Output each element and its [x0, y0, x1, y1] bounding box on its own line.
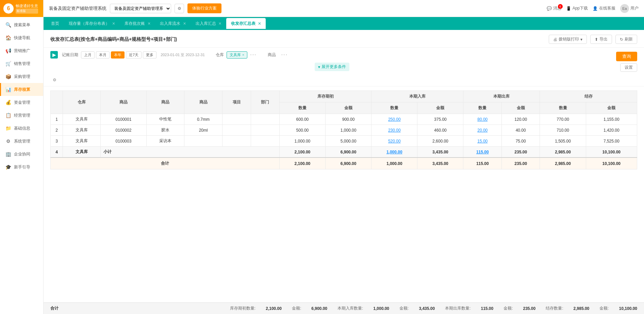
cell-project [222, 125, 251, 136]
cell-project [222, 136, 251, 147]
bottom-out-amt-label: 金额: [503, 305, 513, 311]
tab-close-4[interactable]: × [219, 21, 221, 26]
table-settings-icon[interactable]: ⚙ [50, 76, 59, 84]
sidebar-item-purchase[interactable]: 📦 采购管理 [0, 70, 43, 83]
date-btn-本月[interactable]: 本月 [96, 51, 110, 59]
sidebar-label-basic: 基础信息 [14, 126, 30, 131]
quick-icon: 🏠 [5, 35, 11, 41]
online-service-btn[interactable]: 👤 在线客服 [593, 5, 615, 11]
sidebar-label-sales: 销售管理 [14, 61, 30, 67]
warehouse-more[interactable]: ··· [250, 52, 257, 58]
tab-item-2[interactable]: 库存批次账× [120, 18, 155, 29]
query-btn[interactable]: 查询 [616, 52, 637, 61]
chevron-down-icon: ▾ [580, 37, 582, 42]
subtotal-closing-amt: 10,100.00 [586, 147, 637, 158]
bottom-out-amt-val: 235.00 [523, 306, 536, 311]
tab-label-3: 出入库流水 [160, 21, 180, 27]
user-label: 用户 [630, 5, 639, 11]
export-btn[interactable]: ⬆ 导出 [590, 35, 612, 44]
logo-tag: 标准版 [16, 9, 38, 14]
operations-icon: 📋 [5, 112, 11, 118]
print-btn[interactable]: 🖨 拨销版打印 ▾ [549, 35, 587, 44]
sidebar-item-quick[interactable]: 🏠 快捷导航 [0, 31, 43, 44]
cell-out-qty[interactable]: 20.00 [463, 125, 501, 136]
user-btn[interactable]: Ea 用户 [620, 4, 639, 13]
tab-close-2[interactable]: × [148, 21, 150, 26]
filter-collapse-btn[interactable]: ▶ [50, 51, 58, 59]
goods-more[interactable]: ··· [281, 52, 288, 58]
table-settings-row: ⚙ [44, 74, 644, 86]
system-selector[interactable]: 装备及固定资产辅助管理系统 [110, 4, 171, 13]
warehouse-tag[interactable]: 文具库 × [227, 51, 247, 59]
bottom-in-amt-label: 金额: [399, 305, 409, 311]
subtotal-label: 小计 [100, 147, 279, 158]
cell-closing-amt: 1,420.00 [586, 125, 637, 136]
cell-in-qty[interactable]: 250.00 [371, 114, 417, 125]
sales-icon: 🛒 [5, 61, 11, 67]
app-download-btn[interactable]: 📱 App下载 [566, 5, 588, 11]
cell-closing-amt: 7,525.00 [586, 136, 637, 147]
cell-closing-qty: 710.00 [540, 125, 586, 136]
expand-icon: ▾ [318, 65, 320, 69]
sidebar-item-guide[interactable]: 🎓 新手引导 [0, 161, 43, 173]
sidebar-item-inventory[interactable]: 📊 库存核算 [0, 83, 43, 96]
settings-sm-btn[interactable]: 设置 [620, 63, 637, 72]
bottom-label: 合计 [50, 305, 59, 311]
sidebar-item-basic[interactable]: 📁 基础信息 [0, 122, 43, 135]
cell-in-qty[interactable]: 230.00 [371, 125, 417, 136]
tab-item-3[interactable]: 出入库流水× [155, 18, 191, 29]
tab-item-5[interactable]: 收发存汇总表× [226, 18, 266, 29]
tab-close-3[interactable]: × [183, 21, 186, 26]
date-btn-近7天[interactable]: 近7天 [126, 51, 142, 59]
date-btn-更多[interactable]: 更多 [143, 51, 156, 59]
sidebar-item-search[interactable]: 🔍 搜索菜单 [0, 18, 43, 31]
topbar-left: 装备及固定资产辅助管理系统 装备及固定资产辅助管理系统 ⚙ 体验行业方案 [49, 3, 221, 13]
tab-item-4[interactable]: 出入库汇总× [191, 18, 226, 29]
warehouse-tag-close[interactable]: × [242, 53, 244, 57]
bottom-closing-qty-label: 结存数量: [546, 305, 563, 311]
date-label: 记账日期 [62, 52, 78, 58]
settings-icon[interactable]: ⚙ [175, 4, 184, 13]
subtotal-warehouse: 文具库 [63, 147, 101, 158]
experience-btn[interactable]: 体验行业方案 [187, 3, 221, 13]
expand-btn[interactable]: ▾ 展开更多条件 [315, 63, 349, 71]
date-btn-本年[interactable]: 本年 [111, 51, 125, 59]
print-icon: 🖨 [553, 37, 557, 42]
cell-out-amt: 40.00 [501, 125, 540, 136]
sidebar-item-corp[interactable]: 🏢 企业协同 [0, 148, 43, 161]
cell-out-amt: 75.00 [501, 136, 540, 147]
tab-item-0[interactable]: 首页 [46, 18, 64, 29]
tab-item-1[interactable]: 现存量（库存分布表）× [64, 18, 120, 29]
total-closing-amt: 10,100.00 [586, 158, 637, 169]
tab-label-0: 首页 [51, 21, 59, 27]
sidebar-item-sales[interactable]: 🛒 销售管理 [0, 57, 43, 70]
cell-in-qty[interactable]: 520.00 [371, 136, 417, 147]
bottom-opening-amt-label: 金额: [292, 305, 301, 311]
sidebar-item-operations[interactable]: 📋 经营管理 [0, 109, 43, 122]
sidebar-item-assets[interactable]: 💰 资金管理 [0, 96, 43, 109]
col-out-header: 本期出库 [463, 91, 540, 102]
table-row: 2 文具库 0100002 胶水 20ml 500.00 1,000.00 23… [51, 125, 637, 136]
cell-closing-qty: 770.00 [540, 114, 586, 125]
filter-action-col: 查询 设置 [613, 51, 637, 72]
refresh-btn[interactable]: ↻ 刷新 [615, 35, 637, 44]
bottom-opening-qty-val: 2,100.00 [266, 306, 282, 311]
col-closing-amt: 金额 [586, 102, 637, 114]
cell-spec: 0.7mm [184, 114, 222, 125]
sidebar-item-system[interactable]: ⚙ 系统管理 [0, 135, 43, 148]
cell-out-qty[interactable]: 80.00 [463, 114, 501, 125]
sidebar-item-marketing[interactable]: 📢 营销推广 [0, 44, 43, 57]
bottom-closing-qty-val: 2,985.00 [574, 306, 590, 311]
sidebar-label-inventory: 库存核算 [14, 87, 30, 93]
messages-btn[interactable]: 💬 消息 6 [547, 5, 561, 11]
filter-expand-row: ▾ 展开更多条件 [50, 61, 613, 74]
cell-no: 2 [51, 125, 63, 136]
date-btn-上月[interactable]: 上月 [81, 51, 95, 59]
tab-close-1[interactable]: × [112, 21, 115, 26]
corp-icon: 🏢 [5, 151, 11, 157]
col-name-header: 商品 [147, 91, 184, 114]
bottom-closing-amt-val: 10,100.00 [619, 306, 637, 311]
tab-close-5[interactable]: × [258, 21, 261, 26]
assets-icon: 💰 [5, 99, 11, 105]
cell-out-qty[interactable]: 15.00 [463, 136, 501, 147]
